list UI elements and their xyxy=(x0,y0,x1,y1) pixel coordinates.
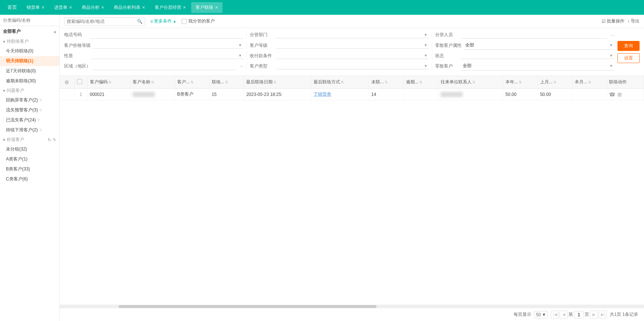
sidebar-item-repurchase[interactable]: 回购异常客户(2) ? xyxy=(0,95,59,105)
my-customers-checkbox[interactable]: 我分管的客户 xyxy=(182,18,215,24)
page-unit: 页 xyxy=(585,311,589,318)
table-header-row: ⚙ 客户编码 ⇅ xyxy=(60,76,644,89)
filter-dept-select[interactable]: ▼ xyxy=(276,32,429,38)
refresh-icon[interactable]: ↻ xyxy=(48,137,51,142)
sort-icon[interactable]: ⇅ xyxy=(151,80,154,84)
sort-icon[interactable]: ⇅ xyxy=(225,80,228,84)
td-this-month xyxy=(572,89,607,100)
search-input[interactable] xyxy=(67,19,136,24)
nav-goods-analysis-list[interactable]: 商品分析列表 ✕ xyxy=(109,2,150,13)
chevron-up-icon: ▲ xyxy=(173,19,176,23)
sidebar-item-overdue[interactable]: 逾期未联络(30) xyxy=(0,76,59,86)
divider3 xyxy=(246,42,247,49)
nav-sales-close[interactable]: ✕ xyxy=(41,5,45,10)
page-last-btn[interactable]: ▶| xyxy=(599,311,607,319)
nav-purchase-close[interactable]: ✕ xyxy=(69,5,72,10)
sort-icon[interactable]: ⇅ xyxy=(553,80,556,84)
sidebar-item-churned[interactable]: 已流失客户(24) ? xyxy=(0,115,59,125)
sidebar-item-tomorrow[interactable]: 明天待联络(1) xyxy=(0,56,59,66)
page-nav: |◀ ◀ 第 页 ▶ ▶| xyxy=(551,311,607,319)
nav-goods-analysis[interactable]: 商品分析 ✕ xyxy=(77,2,109,13)
sidebar-item-classA[interactable]: A类客户(1) xyxy=(0,154,59,164)
sidebar-collapse-icon[interactable]: « xyxy=(53,29,56,35)
table-scrollbar[interactable] xyxy=(60,305,644,308)
contact-method-link[interactable]: 下销货单 xyxy=(314,92,331,97)
chevron-down-icon: ▼ xyxy=(424,64,427,68)
query-button[interactable]: 查询 xyxy=(617,41,640,51)
sort-icon[interactable]: ⇅ xyxy=(108,80,111,84)
sidebar-item-ungrouped[interactable]: 未分组(32) xyxy=(0,144,59,154)
per-page-select[interactable]: 50 ▼ xyxy=(534,311,548,318)
nav-home[interactable]: 首页 xyxy=(3,2,21,13)
filter-row-1: 电话号码 分管部门 ▼ xyxy=(64,31,615,39)
nav-purchase[interactable]: 进货单 ✕ xyxy=(50,2,77,13)
filter-gender-select[interactable]: ▼ xyxy=(90,52,244,59)
filter-region-input[interactable] xyxy=(93,62,236,70)
nav-goods-analysis-close[interactable]: ✕ xyxy=(101,5,104,10)
th-not-contacted: 未联... ⇅ xyxy=(369,76,403,89)
nav-customer-tier[interactable]: 客户分层经营 ✕ xyxy=(150,2,190,13)
nav-customer-contact-close[interactable]: ✕ xyxy=(215,5,218,10)
filter-phone-field: 电话号码 xyxy=(64,31,244,39)
sort-icon[interactable]: ⇅ xyxy=(472,80,475,84)
header-checkbox[interactable] xyxy=(77,79,82,84)
filter-status-select[interactable]: ▼ xyxy=(461,52,615,59)
export-btn[interactable]: ↑ 导出 xyxy=(627,18,640,24)
per-page-label: 每页显示 xyxy=(514,311,531,318)
filter-manager-dots[interactable]: ··· xyxy=(611,32,615,38)
nav-customer-contact[interactable]: 客户联络 ✕ xyxy=(191,2,223,13)
sidebar-item-classB[interactable]: B类客户(33) xyxy=(0,164,59,174)
filter-retail-attr-select[interactable]: 全部 ▼ xyxy=(464,41,615,50)
action-phone-icon[interactable]: ☎ xyxy=(609,92,615,97)
nav-goods-analysis-list-close[interactable]: ✕ xyxy=(142,5,145,10)
sidebar-item-declining[interactable]: 持续下滑客户(2) ? xyxy=(0,125,59,135)
filter-payment-field: 收付款条件 ▼ xyxy=(250,52,429,59)
sort-icon[interactable]: ⇅ xyxy=(341,80,344,84)
th-year: 本年... ⇅ xyxy=(503,76,538,89)
page-prev-btn[interactable]: ◀ xyxy=(560,311,568,319)
edit-icon[interactable]: ✎ xyxy=(53,137,56,142)
chevron-down-icon: ▼ xyxy=(424,43,427,47)
action-grid-icon[interactable]: ⊞ xyxy=(617,92,622,97)
filter-retail-customer-select[interactable]: 全部 ▼ xyxy=(461,62,615,70)
sort-icon[interactable]: ⇅ xyxy=(419,80,422,84)
gear-settings-icon[interactable]: ⚙ xyxy=(64,79,69,85)
page-input[interactable] xyxy=(574,311,584,318)
filter-retail-attr-field: 零散客户属性 全部 ▼ xyxy=(435,41,615,50)
sidebar-search-bar: 🔍 xyxy=(0,15,59,26)
sort-icon[interactable]: ⇅ xyxy=(273,80,276,84)
page-next-btn[interactable]: ▶ xyxy=(590,311,598,319)
filter-manager-input[interactable] xyxy=(461,31,607,39)
filter-customer-type-select[interactable]: ▼ xyxy=(276,63,429,69)
nav-customer-tier-close[interactable]: ✕ xyxy=(183,5,186,10)
set-button[interactable]: 设置 xyxy=(617,53,640,63)
sidebar-all-customers[interactable]: 全部客户 « xyxy=(0,26,59,37)
filter-grade-select[interactable]: ▼ xyxy=(276,42,429,49)
more-conditions-btn[interactable]: ≡ 更多条件 ▲ xyxy=(148,17,179,25)
filter-phone-input[interactable] xyxy=(90,31,244,39)
page-label: 第 xyxy=(568,311,573,318)
filter-manager-field: 分管人员 ··· xyxy=(435,31,615,39)
search-icon[interactable]: 🔍 xyxy=(137,19,143,24)
table-scroll-thumb[interactable] xyxy=(119,305,377,308)
my-customers-check[interactable] xyxy=(182,19,187,24)
filter-status-field: 状态 ▼ xyxy=(435,52,615,59)
nav-sales[interactable]: 销货单 ✕ xyxy=(22,2,49,13)
filter-price-grade-select[interactable]: ▼ xyxy=(93,42,244,49)
batch-op-btn[interactable]: ☑ 批量操作 xyxy=(602,18,624,24)
filter-panel: 电话号码 分管部门 ▼ xyxy=(60,28,644,76)
sort-icon[interactable]: ⇅ xyxy=(588,80,591,84)
sort-icon[interactable]: ⇅ xyxy=(190,80,193,84)
filter-right: ☑ 批量操作 ↑ 导出 xyxy=(602,18,640,24)
th-contact-num: 联络... ⇅ xyxy=(209,76,244,89)
sidebar-item-week[interactable]: 近7天待联络(0) xyxy=(0,66,59,76)
sidebar-item-classC[interactable]: C类客户(6) xyxy=(0,174,59,184)
sidebar-item-today[interactable]: 今天待联络(0) xyxy=(0,46,59,56)
sidebar-item-churn-warning[interactable]: 流失预警客户(3) ? xyxy=(0,105,59,115)
filter-payment-select[interactable]: ▼ xyxy=(276,52,429,59)
sort-icon[interactable]: ⇅ xyxy=(519,80,522,84)
sidebar-search-input[interactable] xyxy=(3,18,58,23)
sort-icon[interactable]: ⇅ xyxy=(385,80,388,84)
filter-region-dots[interactable]: ··· xyxy=(240,63,244,69)
page-first-btn[interactable]: |◀ xyxy=(551,311,559,319)
